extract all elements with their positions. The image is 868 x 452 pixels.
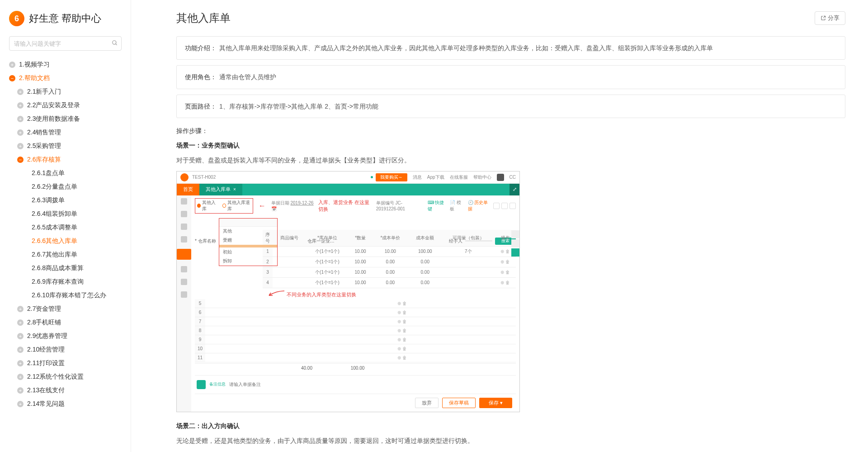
col-header: *成本单价 xyxy=(372,230,408,247)
plus-icon: + xyxy=(9,62,15,68)
page-title: 其他入库单 xyxy=(176,11,231,25)
close-icon[interactable]: × xyxy=(233,187,236,192)
share-button[interactable]: 分享 xyxy=(815,11,845,25)
col-header: *数量 xyxy=(349,230,373,247)
expand-icon[interactable]: ⤢ xyxy=(509,184,519,195)
mock-date-label: 单据日期 2019-12-26 📅 xyxy=(271,200,315,211)
mock-link[interactable]: App下载 xyxy=(427,174,444,181)
nav-label: 2.2产品安装及登录 xyxy=(27,101,80,109)
tool-icon[interactable] xyxy=(493,203,500,209)
mock-select[interactable] xyxy=(219,219,277,227)
avatar-icon[interactable] xyxy=(497,174,504,181)
path-box: 页面路径：1、库存核算->库存管理->其他入库单 2、首页->常用功能 xyxy=(176,95,845,118)
mock-logo-icon xyxy=(180,173,189,181)
arrow-icon xyxy=(267,290,285,296)
nav-label: 2.9优惠券管理 xyxy=(27,332,67,340)
role-box: 使用角色：通常由仓管人员维护 xyxy=(176,65,845,89)
nav-item[interactable]: 2.6.9库存账本查询 xyxy=(9,275,122,289)
mock-history[interactable]: 历史单据 xyxy=(468,200,488,211)
nav-item[interactable]: +2.7资金管理 xyxy=(9,302,122,316)
mock-link[interactable]: 帮助中心 xyxy=(473,174,491,181)
rail-icon[interactable] xyxy=(181,291,187,298)
rail-icon[interactable] xyxy=(181,224,187,230)
nav-item[interactable]: +1.视频学习 xyxy=(9,58,122,71)
nav-item[interactable]: 2.6.8商品成本重算 xyxy=(9,262,122,275)
nav-label: 2.6库存核算 xyxy=(27,156,61,164)
nav-item[interactable]: 2.6.10库存账本错了怎么办 xyxy=(9,289,122,302)
annotation-text: 入库、退货业务 在这里切换 xyxy=(318,199,373,213)
nav-item[interactable]: +2.10经营管理 xyxy=(9,343,122,357)
nav-item[interactable]: 2.6.7其他出库单 xyxy=(9,248,122,262)
plus-icon: + xyxy=(17,401,24,407)
steps-heading: 操作步骤： xyxy=(176,127,845,135)
note-icon xyxy=(197,380,206,389)
nav-label: 2.6.5成本调整单 xyxy=(32,224,77,232)
mock-tab-active[interactable]: 其他入库单× xyxy=(199,184,242,195)
rail-icon-active[interactable] xyxy=(177,249,191,260)
mock-remark-input[interactable] xyxy=(229,382,514,387)
mock-template[interactable]: 模板 xyxy=(450,200,461,211)
rail-icon[interactable] xyxy=(181,211,187,217)
mock-cancel-button[interactable]: 放弃 xyxy=(415,398,439,408)
nav-item[interactable]: +2.5采购管理 xyxy=(9,139,122,153)
minus-icon: − xyxy=(17,157,24,163)
nav-item[interactable]: +2.1新手入门 xyxy=(9,85,122,99)
annotation-text-2: 不同业务的入库类型在这里切换 xyxy=(267,290,516,298)
tag-icon[interactable] xyxy=(511,248,519,257)
mock-option[interactable]: 其他 xyxy=(219,227,277,236)
brand-row: 6 好生意 帮助中心 xyxy=(9,11,122,26)
mock-save-button[interactable]: 保存 ▾ xyxy=(479,398,512,408)
nav-item[interactable]: 2.6.2分量盘点单 xyxy=(9,180,122,194)
tag-icon[interactable] xyxy=(511,239,519,247)
mock-radio-return[interactable]: 其他入库退库 xyxy=(222,200,251,212)
nav-item[interactable]: 2.6.3调拨单 xyxy=(9,194,122,207)
rail-icon[interactable] xyxy=(181,266,187,272)
mock-shortcut[interactable]: 快捷键 xyxy=(428,200,444,211)
sum-qty: 40.00 xyxy=(195,366,330,371)
nav-item[interactable]: +2.14常见问题 xyxy=(9,397,122,411)
table-row: 5⊕ 🗑 xyxy=(195,299,516,308)
tool-icon[interactable] xyxy=(509,203,516,209)
mock-buy-button[interactable]: 我要购买～ xyxy=(376,173,407,181)
mock-option[interactable]: 受赠 xyxy=(219,236,277,245)
rail-icon[interactable] xyxy=(181,236,187,243)
rail-icon[interactable] xyxy=(181,198,187,205)
nav-item[interactable]: +2.9优惠券管理 xyxy=(9,329,122,343)
mock-link[interactable]: 在线客服 xyxy=(450,174,468,181)
mock-option[interactable]: 初始 xyxy=(219,247,277,257)
table-row: 6⊕ 🗑 xyxy=(195,308,516,317)
nav-item[interactable]: +2.11打印设置 xyxy=(9,357,122,370)
nav-item[interactable]: +2.8手机旺铺 xyxy=(9,316,122,329)
mock-option[interactable]: 拆卸 xyxy=(219,257,277,266)
nav-item[interactable]: 2.6.5成本调整单 xyxy=(9,221,122,234)
nav-item[interactable]: +2.3使用前数据准备 xyxy=(9,112,122,126)
mock-tabs: 首页 其他入库单× ⤢ xyxy=(177,184,519,195)
mock-env-label: TEST-H002 xyxy=(192,175,216,180)
tool-icon[interactable] xyxy=(501,203,508,209)
nav-item[interactable]: +2.12系统个性化设置 xyxy=(9,370,122,384)
mock-tab-home[interactable]: 首页 xyxy=(177,184,199,195)
mock-radio-in[interactable]: 其他入库 xyxy=(197,200,218,212)
nav-item-current[interactable]: 2.6.6其他入库单 xyxy=(9,234,122,248)
nav-label: 2.6.8商品成本重算 xyxy=(32,264,84,272)
nav-item[interactable]: +2.2产品安装及登录 xyxy=(9,99,122,112)
nav-label: 2.8手机旺铺 xyxy=(27,319,61,327)
nav-item[interactable]: +2.13在线支付 xyxy=(9,384,122,397)
search-icon[interactable] xyxy=(112,40,118,48)
tag-icon[interactable] xyxy=(511,230,519,238)
mock-draft-button[interactable]: 保存草稿 xyxy=(442,398,476,408)
nav-item[interactable]: 2.6.4组装拆卸单 xyxy=(9,207,122,221)
nav-item[interactable]: +2.4销售管理 xyxy=(9,126,122,139)
scene1-text: 对于受赠、盘盈或是拆装入库等不同的业务，是通过单据头【业务类型】进行区分。 xyxy=(176,154,845,167)
nav-item[interactable]: 2.6.1盘点单 xyxy=(9,167,122,180)
rail-icon[interactable] xyxy=(181,279,187,285)
mock-link[interactable]: 消息 xyxy=(413,174,422,181)
search-input[interactable] xyxy=(9,36,122,51)
nav-label: 2.7资金管理 xyxy=(27,305,61,313)
svg-line-1 xyxy=(116,44,117,45)
col-header: 商品编号 xyxy=(273,230,306,247)
sidebar: 6 好生意 帮助中心 +1.视频学习 −2.帮助文档 +2.1新手入门 +2.2… xyxy=(0,0,131,452)
nav-item[interactable]: −2.6库存核算 xyxy=(9,153,122,167)
intro-text: 其他入库单用来处理除采购入库、产成品入库之外的其他入库业务，因此其他入库单可处理… xyxy=(219,44,713,52)
nav-item[interactable]: −2.帮助文档 xyxy=(9,71,122,85)
